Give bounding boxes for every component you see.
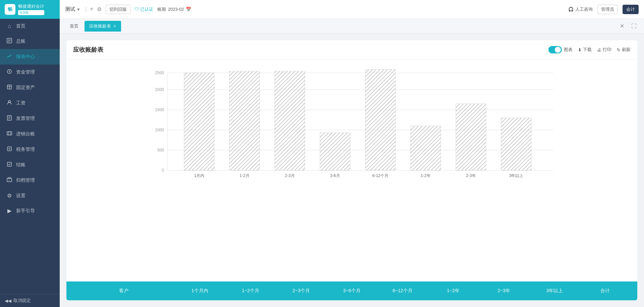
col-2-3year: 2~3年 [479, 288, 529, 294]
switch-version-btn[interactable]: 切到旧版 [106, 5, 130, 14]
content-area: 应收账龄表 图表 ⬇ 下载 🖨 打印 [60, 34, 644, 307]
stock-icon [6, 131, 13, 137]
svg-text:1-2年: 1-2年 [421, 173, 430, 178]
download-btn[interactable]: ⬇ 下载 [578, 47, 592, 53]
sidebar-item-payroll[interactable]: 工资 [0, 95, 60, 111]
tab-aging[interactable]: 应收账龄表 ✕ [85, 21, 121, 32]
svg-rect-13 [7, 132, 12, 135]
svg-rect-16 [7, 147, 11, 151]
print-btn[interactable]: 🖨 打印 [597, 47, 611, 53]
svg-point-17 [9, 148, 10, 149]
assets-icon [6, 84, 13, 91]
dropdown-icon[interactable]: ▾ [77, 6, 80, 12]
print-icon: 🖨 [597, 47, 601, 52]
bar-2-3-year [456, 104, 486, 170]
closing-icon [6, 162, 13, 168]
bar-chart: 0 500 1000 1500 2000 2500 1月内 [73, 66, 631, 194]
sidebar-item-stock[interactable]: 进销台账 [0, 126, 60, 142]
chart-toggle[interactable] [548, 46, 562, 53]
archive-icon [6, 177, 13, 184]
refresh-btn[interactable]: ↻ 刷新 [617, 47, 631, 53]
svg-text:1500: 1500 [155, 107, 164, 112]
sidebar-item-guide[interactable]: ▶ 新手引导 [0, 203, 60, 218]
sidebar-item-tax[interactable]: 税务管理 [0, 142, 60, 157]
svg-text:2000: 2000 [155, 87, 164, 92]
svg-text:2500: 2500 [155, 71, 164, 75]
chart-toggle-label: 图表 [564, 47, 573, 53]
svg-text:2-3月: 2-3月 [285, 173, 294, 178]
svg-text:500: 500 [157, 148, 164, 152]
main-area: 测试 ▾ | + ⚙ 切到旧版 🛡 已认证 账期 2023-02 📅 🎧 人工咨… [60, 0, 644, 307]
certified-badge: 🛡 已认证 [135, 6, 153, 12]
reports-icon [6, 53, 13, 60]
sidebar-item-funds[interactable]: 资金管理 [0, 64, 60, 80]
download-icon: ⬇ [578, 47, 582, 52]
guide-icon: ▶ [6, 208, 13, 214]
period-display: 账期 2023-02 📅 [157, 6, 192, 12]
window-close-btn[interactable]: ✕ [617, 21, 627, 31]
invoice-icon [6, 115, 13, 122]
tabbar-window-controls: ✕ ⛶ [617, 21, 639, 31]
workspace-title: 测试 ▾ [65, 6, 80, 12]
sidebar-nav: ⌂ 首页 总账 报表中心 [0, 19, 60, 294]
col-1-2month: 1~2个月 [225, 288, 276, 294]
sidebar-item-assets[interactable]: 固定资产 [0, 80, 60, 95]
col-customer: 客户 [73, 288, 174, 294]
svg-rect-20 [8, 177, 11, 178]
support-btn[interactable]: 🎧 人工咨询 [568, 6, 593, 12]
col-1month: 1个月内 [174, 288, 225, 294]
cancel-fixed-btn[interactable]: ◀◀ 取消固定 [0, 294, 60, 307]
sidebar-item-ledger[interactable]: 总账 [0, 34, 60, 49]
add-workspace-btn[interactable]: + [90, 6, 94, 13]
sidebar-item-home[interactable]: ⌂ 首页 [0, 19, 60, 34]
window-expand-btn[interactable]: ⛶ [629, 21, 639, 31]
table-header: 客户 1个月内 1~2个月 2~3个月 3~6个月 6~12个月 1~2年 2~… [66, 281, 637, 300]
svg-text:1000: 1000 [155, 128, 164, 132]
col-2-3month: 2~3个月 [276, 288, 326, 294]
svg-text:0: 0 [162, 168, 164, 173]
funds-icon [6, 69, 13, 76]
chart-toggle-group: 图表 [548, 46, 573, 53]
toggle-thumb [555, 47, 561, 53]
report-actions: 图表 ⬇ 下载 🖨 打印 ↻ 刷新 [548, 46, 631, 53]
bar-3-plus-year [501, 118, 531, 170]
col-6-12month: 6~12个月 [377, 288, 428, 294]
topbar-right: 🎧 人工咨询 管理员 会计 [568, 5, 639, 14]
settings-btn[interactable]: ⚙ [97, 6, 102, 12]
bar-1-month [184, 73, 214, 170]
accountant-btn[interactable]: 会计 [623, 5, 639, 14]
col-1-2year: 1~2年 [428, 288, 479, 294]
logo-icon: 畅 [5, 4, 15, 15]
col-3-6month: 3~6个月 [326, 288, 377, 294]
bar-2-3-month [275, 71, 305, 170]
chart-area: 0 500 1000 1500 2000 2500 1月内 [66, 59, 637, 281]
svg-text:3-6月: 3-6月 [330, 173, 340, 178]
sidebar: 畅 畅捷通好会计 专业版 ⌂ 首页 总账 [0, 0, 60, 307]
sidebar-item-archive[interactable]: 归档管理 [0, 173, 60, 188]
topbar: 测试 ▾ | + ⚙ 切到旧版 🛡 已认证 账期 2023-02 📅 🎧 人工咨… [60, 0, 644, 19]
sidebar-logo: 畅 畅捷通好会计 专业版 [0, 0, 60, 19]
pin-icon: ◀◀ [5, 298, 11, 303]
svg-text:1月内: 1月内 [194, 173, 205, 178]
bar-1-2-year [411, 126, 441, 170]
col-total: 合计 [580, 288, 631, 294]
svg-text:3年以上: 3年以上 [509, 173, 524, 178]
bar-3-6-month [320, 133, 350, 170]
separator: | [85, 6, 87, 12]
sidebar-item-reports[interactable]: 报表中心 [0, 49, 60, 64]
bar-1-2-month [229, 71, 260, 170]
calendar-icon[interactable]: 📅 [186, 7, 191, 12]
svg-text:1-2月: 1-2月 [239, 173, 249, 178]
shield-icon: 🛡 [135, 7, 139, 12]
sidebar-item-closing[interactable]: 结账 [0, 157, 60, 173]
svg-text:2-3年: 2-3年 [466, 173, 476, 178]
logo-text-group: 畅捷通好会计 专业版 [18, 4, 44, 15]
sidebar-item-settings[interactable]: ⚙ 设置 [0, 188, 60, 203]
manager-btn[interactable]: 管理员 [597, 5, 618, 14]
svg-text:6-12个月: 6-12个月 [372, 173, 388, 178]
settings-icon: ⚙ [6, 192, 13, 199]
tab-close-icon[interactable]: ✕ [113, 24, 116, 29]
svg-point-8 [8, 100, 10, 102]
sidebar-item-invoice[interactable]: 发票管理 [0, 111, 60, 126]
tab-home[interactable]: 首页 [65, 21, 83, 32]
